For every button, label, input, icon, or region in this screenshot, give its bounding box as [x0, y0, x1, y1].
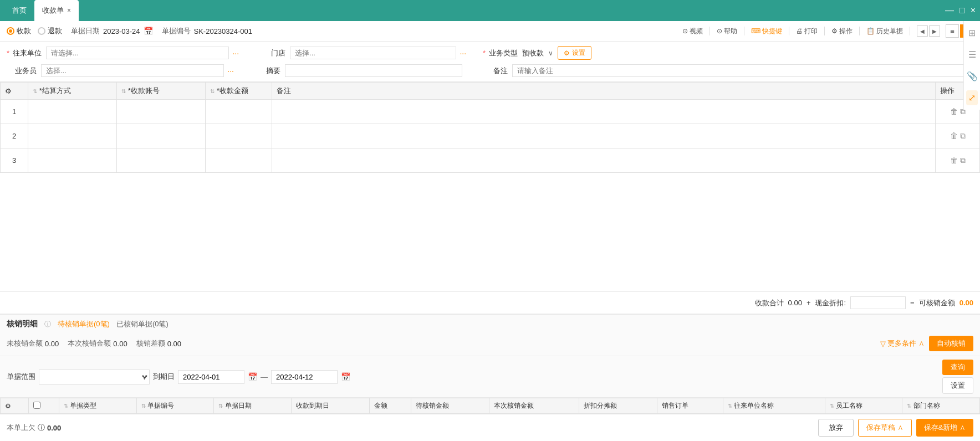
summary-available-label: 可核销金额 — [919, 298, 955, 308]
sub-col-amount: 金额 — [369, 398, 411, 414]
filter-settings-button[interactable]: 设置 — [942, 377, 973, 394]
row-2-remark[interactable] — [272, 124, 936, 148]
filter-date-sep: — — [261, 373, 268, 381]
close-icon[interactable]: × — [971, 6, 976, 16]
query-button[interactable]: 查询 — [942, 360, 973, 375]
operation-btn[interactable]: ⚙ 操作 — [831, 27, 853, 36]
row-1-delete-icon[interactable]: 🗑 — [950, 107, 958, 116]
row-1-account[interactable] — [117, 100, 206, 124]
stat-current-value: 0.00 — [113, 340, 127, 348]
summary-equals: = — [910, 299, 915, 307]
more-conditions-btn[interactable]: ▽ 更多条件 ∧ — [880, 339, 925, 348]
date-picker-icon[interactable]: 📅 — [144, 27, 153, 35]
row-1-settlement[interactable] — [28, 100, 117, 124]
row-1-remark[interactable] — [272, 100, 936, 124]
bottom-label: 本单上欠 — [7, 423, 35, 433]
filter-cal-from-icon[interactable]: 📅 — [248, 372, 257, 381]
save-draft-label: 保存草稿 ∧ — [866, 423, 904, 433]
row-2-amount[interactable] — [206, 124, 272, 148]
receipt-type-radio: 收款 退款 — [7, 26, 62, 36]
radio-receipt-dot — [7, 27, 14, 35]
nav-prev[interactable]: ◀ — [917, 25, 928, 37]
row-3-amount[interactable] — [206, 148, 272, 173]
salesperson-more-icon[interactable]: ··· — [226, 66, 235, 75]
window-controls: — □ × — [945, 6, 976, 16]
select-all-checkbox[interactable] — [33, 402, 40, 409]
remark-input-group — [512, 64, 973, 77]
row-2-delete-icon[interactable]: 🗑 — [950, 131, 958, 141]
summary-discount-input[interactable] — [850, 296, 906, 309]
summary-plus: + — [807, 299, 811, 307]
shortcut-btn[interactable]: ⌨ 快捷键 — [751, 27, 782, 36]
stat-unpaid-value: 0.00 — [45, 340, 59, 348]
help-btn[interactable]: ⊙ 帮助 — [717, 27, 737, 36]
stat-diff-value: 0.00 — [167, 340, 181, 348]
sidebar-list-icon[interactable]: ☰ — [966, 47, 978, 62]
abandon-button[interactable]: 放弃 — [818, 419, 854, 437]
filter-cal-to-icon[interactable]: 📅 — [341, 372, 350, 381]
stat-current-label: 本次核销金额 — [68, 339, 111, 348]
row-2-copy-icon[interactable]: ⧉ — [960, 131, 966, 141]
filter-due-date-label: 到期日 — [153, 372, 175, 382]
store-more-icon[interactable]: ··· — [458, 49, 467, 58]
nav-next[interactable]: ▶ — [929, 25, 940, 37]
tab-pending[interactable]: 待核销单据(0笔) — [58, 319, 110, 329]
bottom-info-icon[interactable]: ⓘ — [38, 423, 45, 433]
history-icon: 📋 — [866, 27, 875, 35]
form-row-2: 业务员 ··· 摘要 备注 — [7, 64, 973, 77]
row-3-remark[interactable] — [272, 148, 936, 173]
row-3-copy-icon[interactable]: ⧉ — [960, 156, 966, 165]
tab-home[interactable]: 首页 — [4, 0, 34, 21]
save-draft-button[interactable]: 保存草稿 ∧ — [858, 419, 912, 437]
tab-close-icon[interactable]: × — [67, 7, 71, 14]
radio-refund[interactable]: 退款 — [38, 26, 62, 36]
biz-type-arrow-icon[interactable]: ∨ — [548, 49, 553, 57]
summary-available-value: 0.00 — [959, 299, 973, 307]
filter-date-to[interactable] — [271, 370, 338, 384]
video-btn[interactable]: ⊙ 视频 — [682, 27, 703, 36]
row-3-index: 3 — [1, 148, 28, 173]
store-input[interactable] — [290, 47, 456, 59]
salesperson-label: 业务员 — [7, 66, 37, 76]
tab-receipt[interactable]: 收款单 × — [34, 0, 79, 21]
writeoff-info-icon[interactable]: ⓘ — [44, 320, 51, 329]
row-2-settlement[interactable] — [28, 124, 117, 148]
sub-gear-icon[interactable]: ⚙ — [5, 402, 11, 410]
filter-range-select[interactable] — [39, 370, 150, 384]
print-btn[interactable]: 🖨 打印 — [796, 27, 818, 36]
row-2-account[interactable] — [117, 124, 206, 148]
col-gear-icon[interactable]: ⚙ — [5, 87, 12, 95]
partner-more-icon[interactable]: ··· — [231, 49, 240, 58]
salesperson-input[interactable] — [41, 64, 224, 77]
remark-input[interactable] — [512, 64, 973, 77]
docno-value: SK-20230324-001 — [194, 27, 253, 35]
minimize-icon[interactable]: — — [945, 6, 954, 16]
list-view-btn[interactable]: ≡ — [946, 24, 959, 38]
settings-button[interactable]: ⚙ 设置 — [558, 46, 591, 60]
row-1-index: 1 — [1, 100, 28, 124]
partner-input[interactable] — [46, 47, 229, 59]
writeoff-filter: 单据范围 ∨ 到期日 📅 — 📅 查询 设置 — [0, 356, 980, 397]
filter-date-from[interactable] — [178, 370, 244, 384]
row-3-account[interactable] — [117, 148, 206, 173]
save-new-button[interactable]: 保存&新增 ∧ — [916, 419, 973, 437]
sort-doc-type: ⇅ — [64, 403, 68, 409]
radio-receipt[interactable]: 收款 — [7, 26, 31, 36]
history-btn[interactable]: 📋 历史单据 — [866, 27, 903, 36]
tab-done[interactable]: 已核销单据(0笔) — [116, 319, 169, 329]
auto-writeoff-button[interactable]: 自动核销 — [929, 336, 973, 351]
salesperson-label-wrap: 业务员 — [7, 66, 37, 76]
date-value: 2023-03-24 — [103, 27, 140, 35]
video-label: 视频 — [690, 27, 703, 36]
sidebar-clip-icon[interactable]: 📎 — [964, 69, 980, 84]
sidebar-table-icon[interactable]: ⊞ — [966, 25, 978, 40]
help-label: 帮助 — [724, 27, 737, 36]
maximize-icon[interactable]: □ — [959, 6, 965, 16]
row-3-settlement[interactable] — [28, 148, 117, 173]
summary-input[interactable] — [285, 64, 462, 77]
row-1-amount[interactable] — [206, 100, 272, 124]
sidebar-expand-icon[interactable]: ⤢ — [966, 90, 978, 105]
row-3-delete-icon[interactable]: 🗑 — [950, 156, 958, 165]
row-3-actions: 🗑 ⧉ — [936, 148, 980, 173]
print-label: 打印 — [804, 27, 818, 36]
